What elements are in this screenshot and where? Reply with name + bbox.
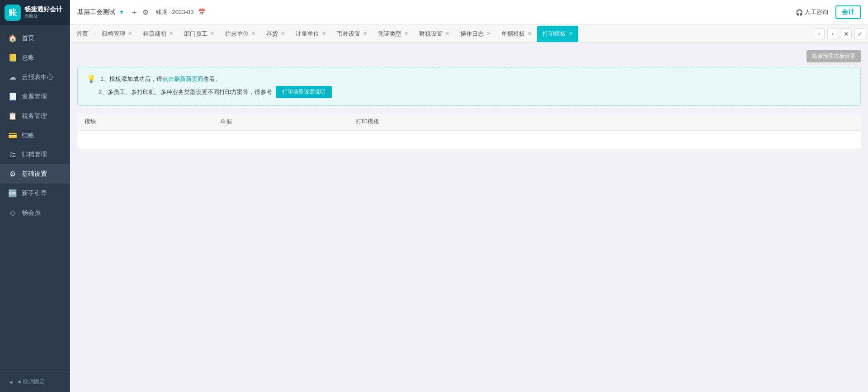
table-body-empty <box>77 131 861 149</box>
tab-prev-button[interactable]: ‹ <box>814 28 825 39</box>
print-template-table: 模块 单据 打印模板 <box>77 113 861 149</box>
sidebar-logo: 账 畅捷通好会计 旗舰版 <box>0 0 70 25</box>
tab-close-inventory[interactable]: ✕ <box>281 31 285 37</box>
tab-subject[interactable]: 科目期初 ✕ <box>137 26 179 42</box>
home-icon: 🏠 <box>8 34 17 43</box>
sidebar-unpin-button[interactable]: ◄ ◄ 取消固定 <box>0 371 70 392</box>
tab-close-all-button[interactable]: ✕ <box>841 28 852 39</box>
tab-close-subject[interactable]: ✕ <box>169 31 173 37</box>
archive-icon: 🗂 <box>8 151 17 159</box>
sidebar-item-archive[interactable]: 🗂 归档管理 <box>0 145 70 164</box>
tab-inventory[interactable]: 存货 ✕ <box>261 26 290 42</box>
tax-icon: 📋 <box>8 112 17 120</box>
add-company-button[interactable]: ＋ <box>131 8 138 17</box>
tab-currency[interactable]: 币种设置 ✕ <box>331 26 373 42</box>
tab-expand-button[interactable]: ⤢ <box>854 28 865 39</box>
tab-close-print-template[interactable]: ✕ <box>569 31 573 37</box>
accountant-button[interactable]: 会计 <box>835 5 861 19</box>
sidebar-item-tax[interactable]: 📋 税务管理 <box>0 106 70 126</box>
hide-preset-template-button[interactable]: 隐藏预置模板设置 <box>807 50 861 62</box>
cloud-icon: ☁ <box>8 73 17 81</box>
sidebar-item-home[interactable]: 🏠 首页 <box>0 28 70 48</box>
help-button[interactable]: 🎧 人工咨询 <box>796 8 828 16</box>
sidebar-item-guide[interactable]: 🆕 新手引导 <box>0 184 70 203</box>
sidebar-item-invoice[interactable]: 🧾 发票管理 <box>0 87 70 106</box>
col-header-voucher: 单据 <box>220 118 356 126</box>
main-area: 基层工会测试 ▼ ＋ ⚙ 账期 2023-03 📅 🎧 人工咨询 会计 首页 ‹… <box>70 0 868 392</box>
pin-icon: ◄ <box>8 379 14 385</box>
tab-close-unit[interactable]: ✕ <box>322 31 326 37</box>
print-scene-settings-button[interactable]: 打印场景设置说明 <box>276 86 332 98</box>
member-icon: ◇ <box>8 208 17 217</box>
info-row-2: 2、多员工、多打印机、多种业务类型设置不同打印方案等，请参考 打印场景设置说明 <box>99 86 851 98</box>
tab-department[interactable]: 部门员工 ✕ <box>179 26 220 42</box>
guide-icon: 🆕 <box>8 189 17 198</box>
invoice-icon: 🧾 <box>8 92 17 101</box>
tab-close-partner[interactable]: ✕ <box>251 31 255 37</box>
sidebar-item-ledger[interactable]: 📒 总账 <box>0 48 70 67</box>
calendar-icon[interactable]: 📅 <box>198 9 205 15</box>
tab-close-tax-settings[interactable]: ✕ <box>445 31 449 37</box>
app-logo-icon: 账 <box>5 5 21 21</box>
tab-close-operation-log[interactable]: ✕ <box>486 31 491 37</box>
tab-close-archive[interactable]: ✕ <box>128 31 132 37</box>
tab-next-button[interactable]: › <box>827 28 838 39</box>
content-area: 隐藏预置模板设置 💡 1、模板添加成功后，请 点击刷新新页面 查看。 2、多员工… <box>70 43 868 392</box>
tab-close-single-template[interactable]: ✕ <box>528 31 532 37</box>
tab-voucher-type[interactable]: 凭证类型 ✕ <box>373 26 414 42</box>
info-row-1: 💡 1、模板添加成功后，请 点击刷新新页面 查看。 <box>87 75 851 83</box>
company-name: 基层工会测试 ▼ <box>77 8 124 16</box>
info-box: 💡 1、模板添加成功后，请 点击刷新新页面 查看。 2、多员工、多打印机、多种业… <box>77 67 861 106</box>
sidebar-item-closing[interactable]: 💳 结账 <box>0 126 70 145</box>
tab-tax-settings[interactable]: 财税设置 ✕ <box>414 26 455 42</box>
sidebar-item-settings[interactable]: ⚙ 基础设置 <box>0 164 70 184</box>
company-settings-button[interactable]: ⚙ <box>142 8 149 17</box>
ledger-icon: 📒 <box>8 53 17 62</box>
settings-icon: ⚙ <box>8 170 17 178</box>
tab-close-department[interactable]: ✕ <box>210 31 214 37</box>
tab-operation-log[interactable]: 操作日志 ✕ <box>455 26 496 42</box>
sidebar-item-member[interactable]: ◇ 畅会员 <box>0 203 70 222</box>
company-dropdown[interactable]: ▼ <box>119 9 124 15</box>
tab-partner[interactable]: 往来单位 ✕ <box>220 26 261 42</box>
table-header: 模块 单据 打印模板 <box>77 113 861 131</box>
sidebar: 账 畅捷通好会计 旗舰版 🏠 首页 📒 总账 ☁ 云报表中心 🧾 发票管理 📋 … <box>0 0 70 392</box>
topbar-right: 🎧 人工咨询 会计 <box>796 5 861 19</box>
app-logo-text: 畅捷通好会计 旗舰版 <box>24 5 62 19</box>
tab-home[interactable]: 首页 <box>72 26 93 42</box>
accounting-period: 账期 2023-03 📅 <box>156 8 205 16</box>
tab-separator: ‹ <box>93 31 96 37</box>
tab-print-template[interactable]: 打印模板 ✕ <box>537 26 578 42</box>
tab-close-currency[interactable]: ✕ <box>363 31 367 37</box>
sidebar-item-reports[interactable]: ☁ 云报表中心 <box>0 67 70 87</box>
tab-close-voucher-type[interactable]: ✕ <box>404 31 408 37</box>
tab-archive[interactable]: 归档管理 ✕ <box>96 26 137 42</box>
headset-icon: 🎧 <box>796 9 803 16</box>
closing-icon: 💳 <box>8 131 17 140</box>
tab-single-template[interactable]: 单据模板 ✕ <box>496 26 537 42</box>
topbar: 基层工会测试 ▼ ＋ ⚙ 账期 2023-03 📅 🎧 人工咨询 会计 <box>70 0 868 25</box>
sidebar-nav: 🏠 首页 📒 总账 ☁ 云报表中心 🧾 发票管理 📋 税务管理 💳 结账 🗂 归… <box>0 25 70 371</box>
refresh-link[interactable]: 点击刷新新页面 <box>162 75 203 83</box>
tabbar: 首页 ‹ 归档管理 ✕ 科目期初 ✕ 部门员工 ✕ 往来单位 ✕ 存货 ✕ 计量… <box>70 25 868 43</box>
bulb-icon: 💡 <box>87 75 96 83</box>
col-header-module: 模块 <box>85 118 220 126</box>
tab-unit[interactable]: 计量单位 ✕ <box>290 26 331 42</box>
col-header-template: 打印模板 <box>356 118 854 126</box>
